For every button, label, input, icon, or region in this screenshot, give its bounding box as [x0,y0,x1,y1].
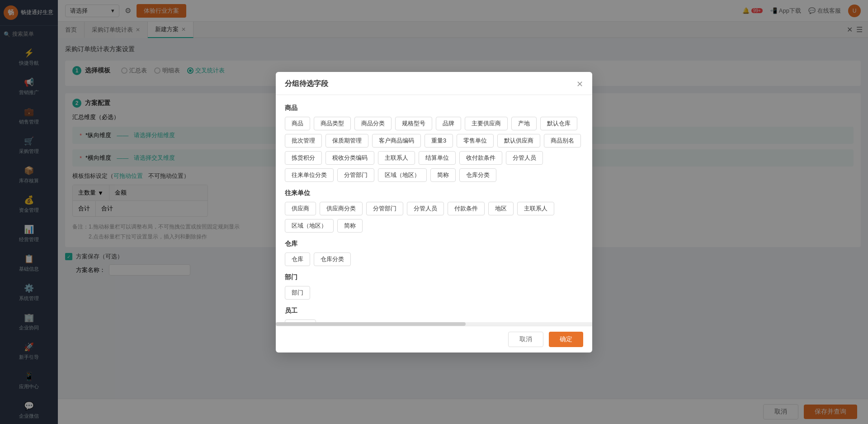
modal-footer: 取消 确定 [276,326,592,353]
field-group-title-部门: 部门 [285,273,583,281]
field-tags-商品: 商品商品类型商品分类规格型号品牌主要供应商产地默认仓库批次管理保质期管理客户商品… [285,117,583,182]
field-tag[interactable]: 供应商 [285,202,316,215]
modal-title: 分组待选字段 [285,79,328,89]
modal-close-btn[interactable]: ✕ [576,79,583,89]
field-tag[interactable]: 仓库分类 [459,168,496,182]
field-tag[interactable]: 地区 [488,202,514,215]
field-tag[interactable]: 批次管理 [285,134,322,148]
modal-confirm-btn[interactable]: 确定 [549,332,583,347]
field-tag[interactable]: 默认仓库 [540,117,577,130]
field-tag[interactable]: 商品 [285,117,310,130]
field-tags-部门: 部门 [285,286,583,300]
modal-horizontal-scrollbar[interactable] [276,322,592,326]
field-tags-往来单位: 供应商供应商分类分管部门分管人员付款条件地区主联系人区域（地区）简称 [285,202,583,233]
field-tag[interactable]: 拣货积分 [285,151,322,165]
field-tag[interactable]: 客户商品编码 [372,134,421,148]
field-tag[interactable]: 区域（地区） [285,219,334,233]
field-group-title-商品: 商品 [285,104,583,112]
field-tag[interactable]: 商品别名 [544,134,581,148]
field-tag[interactable]: 简称 [337,219,363,233]
field-tag[interactable]: 零售单位 [457,134,494,148]
field-tag[interactable]: 分管人员 [506,151,543,165]
field-group-title-仓库: 仓库 [285,240,583,248]
modal-overlay[interactable]: 分组待选字段 ✕ 商品商品商品类型商品分类规格型号品牌主要供应商产地默认仓库批次… [0,0,868,424]
field-tag[interactable]: 主联系人 [517,202,554,215]
field-tag[interactable]: 分管部门 [337,168,374,182]
field-tag[interactable]: 付款条件 [448,202,485,215]
field-tag[interactable]: 往来单位分类 [285,168,334,182]
modal-header: 分组待选字段 ✕ [276,72,592,95]
modal: 分组待选字段 ✕ 商品商品商品类型商品分类规格型号品牌主要供应商产地默认仓库批次… [276,72,592,353]
field-tag[interactable]: 供应商分类 [320,202,363,215]
field-tag[interactable]: 商品分类 [354,117,392,130]
field-tag[interactable]: 主联系人 [378,151,415,165]
field-tag[interactable]: 收付款条件 [459,151,502,165]
field-tag[interactable]: 产地 [511,117,537,130]
field-tag[interactable]: 分管部门 [366,202,403,215]
field-tag[interactable]: 保质期管理 [326,134,368,148]
field-group-title-往来单位: 往来单位 [285,189,583,197]
field-tag[interactable]: 商品类型 [314,117,351,130]
modal-body: 商品商品商品类型商品分类规格型号品牌主要供应商产地默认仓库批次管理保质期管理客户… [276,95,592,322]
field-tag[interactable]: 仓库 [285,252,310,266]
field-tag[interactable]: 结算单位 [419,151,456,165]
field-tag[interactable]: 仓库分类 [314,252,351,266]
field-tag[interactable]: 主要供应商 [465,117,508,130]
field-tag[interactable]: 部门 [285,286,310,300]
modal-cancel-btn[interactable]: 取消 [508,332,543,347]
field-tag[interactable]: 区域（地区） [378,168,427,182]
field-tag[interactable]: 简称 [430,168,456,182]
field-tag[interactable]: 分管人员 [407,202,444,215]
field-group-title-员工: 员工 [285,307,583,315]
field-tag[interactable]: 默认供应商 [497,134,540,148]
field-tag[interactable]: 品牌 [436,117,461,130]
modal-hscroll-thumb [276,322,466,326]
field-tag[interactable]: 规格型号 [395,117,432,130]
field-tag[interactable]: 重量3 [425,134,453,148]
field-tags-仓库: 仓库仓库分类 [285,252,583,266]
field-tag[interactable]: 税收分类编码 [326,151,374,165]
